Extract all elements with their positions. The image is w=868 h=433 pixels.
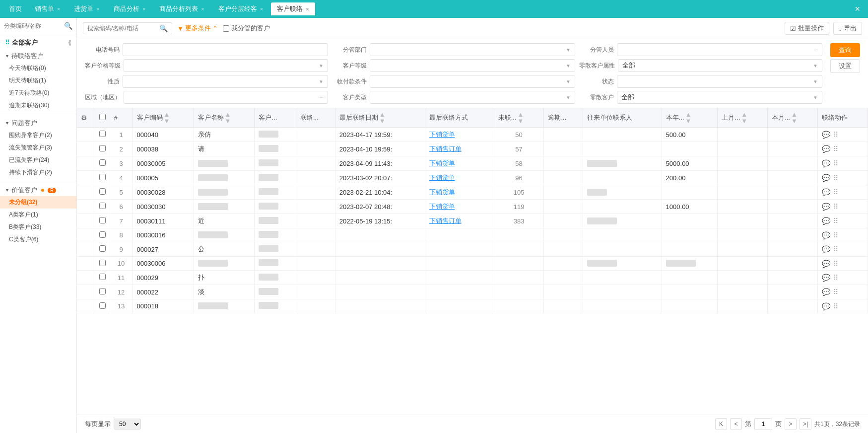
row-checkbox[interactable] [99,260,106,266]
action-contact-icon[interactable]: 💬 [822,203,830,211]
row-checkbox-cell[interactable] [95,214,110,228]
action-contact-icon[interactable]: 💬 [822,217,830,225]
action-more-icon[interactable]: ⠿ [833,274,838,282]
nav-tab-sales-close[interactable]: × [57,6,60,12]
sidebar-item-today-pending[interactable]: 今天待联络(0) [0,62,76,74]
page-size-select[interactable]: 50 100 200 [114,419,141,430]
row-checkbox-cell[interactable] [95,285,110,299]
row-checkbox-cell[interactable] [95,299,110,313]
sidebar-item-class-a[interactable]: A类客户(1) [0,209,76,221]
nav-tab-analysis-list[interactable]: 商品分析列表 × [153,2,210,15]
prev-page-btn[interactable]: < [730,418,742,430]
action-contact-icon[interactable]: 💬 [822,174,830,182]
reset-button[interactable]: 设置 [830,59,860,73]
action-more-icon[interactable]: ⠿ [833,203,838,211]
cust-type-select[interactable]: ▼ [370,91,575,104]
sidebar-item-class-c[interactable]: C类客户(6) [0,233,76,246]
th-type[interactable]: 客户... [255,108,296,128]
action-contact-icon[interactable]: 💬 [822,260,830,268]
action-more-icon[interactable]: ⠿ [833,260,838,268]
page-number-input[interactable] [754,418,772,430]
row-checkbox-cell[interactable] [95,200,110,214]
my-customers-checkbox-label[interactable]: 我分管的客户 [223,24,270,33]
nav-home[interactable]: 首页 [4,2,27,15]
action-more-icon[interactable]: ⠿ [833,217,838,225]
last-way-link[interactable]: 下销货单 [429,188,455,196]
status-select[interactable]: ▼ [617,75,822,88]
price-level-select[interactable]: ▼ [124,59,328,72]
next-page-btn[interactable]: > [785,418,797,430]
sidebar-search-icon[interactable]: 🔍 [64,22,72,30]
row-checkbox-cell[interactable] [95,228,110,242]
action-more-icon[interactable]: ⠿ [833,231,838,239]
my-customers-checkbox[interactable] [223,25,229,32]
th-gear[interactable]: ⚙ [77,108,95,128]
th-contact[interactable]: 联络... [296,108,335,128]
th-no-contact[interactable]: 未联...▲▼ [494,108,544,128]
row-checkbox-cell[interactable] [95,171,110,185]
sidebar-item-hoard-abnormal[interactable]: 囤购异常客户(2) [0,129,76,142]
last-way-link[interactable]: 下销售订单 [429,217,462,224]
batch-operations-btn[interactable]: ☑ 批量操作 [785,22,829,35]
row-checkbox[interactable] [99,159,106,166]
more-conditions-btn[interactable]: ▼ 更多条件 ⌃ [177,24,218,33]
sidebar-item-ungrouped[interactable]: 未分组(32) [0,196,76,209]
sidebar-item-class-b[interactable]: B类客户(33) [0,221,76,233]
row-checkbox[interactable] [99,288,106,294]
row-checkbox[interactable] [99,217,106,223]
row-checkbox-cell[interactable] [95,128,110,142]
th-this-year[interactable]: 本年...▲▼ [662,108,718,128]
action-more-icon[interactable]: ⠿ [833,174,838,182]
select-all-checkbox[interactable] [99,114,106,120]
row-checkbox[interactable] [99,245,106,252]
gear-icon[interactable]: ⚙ [81,114,87,122]
row-checkbox-cell[interactable] [95,242,110,257]
action-more-icon[interactable]: ⠿ [833,145,838,153]
query-button[interactable]: 查询 [830,43,860,57]
last-page-btn[interactable]: >| [800,418,811,430]
nav-tab-customer-tier[interactable]: 客户分层经客 × [212,2,269,15]
window-close-button[interactable]: × [851,4,864,14]
sidebar-item-declining[interactable]: 持续下滑客户(2) [0,166,76,179]
th-last-month[interactable]: 上月...▲▼ [718,108,768,128]
sidebar-item-overdue-pending[interactable]: 逾期未联络(30) [0,99,76,112]
action-contact-icon[interactable]: 💬 [822,288,830,296]
nature-select[interactable]: ▼ [123,75,328,88]
retail-attr-select[interactable]: 全部 ▼ [618,59,822,72]
row-checkbox[interactable] [99,203,106,209]
action-contact-icon[interactable]: 💬 [822,159,830,167]
nav-tab-customer-contact-close[interactable]: × [306,6,309,12]
phone-input[interactable] [123,43,328,56]
row-checkbox-cell[interactable] [95,142,110,156]
nav-tab-analysis-close[interactable]: × [142,6,145,12]
action-more-icon[interactable]: ⠿ [833,302,838,310]
action-more-icon[interactable]: ⠿ [833,131,838,139]
last-way-link[interactable]: 下销货单 [429,131,455,138]
action-more-icon[interactable]: ⠿ [833,288,838,296]
all-customers-header[interactable]: ⠿ 全部客户 ⟪ [0,34,76,49]
row-checkbox[interactable] [99,231,106,238]
manager-select[interactable]: ··· [617,43,822,56]
action-contact-icon[interactable]: 💬 [822,188,830,196]
sidebar-item-7day-pending[interactable]: 近7天待联络(0) [0,87,76,99]
nav-tab-analysis-list-close[interactable]: × [201,6,204,12]
last-way-link[interactable]: 下销货单 [429,174,455,181]
search-input[interactable] [87,25,156,32]
export-btn[interactable]: ↓ 导出 [833,22,863,35]
first-page-btn[interactable]: K [715,418,727,430]
row-checkbox[interactable] [99,174,106,180]
row-checkbox[interactable] [99,131,106,137]
row-checkbox-cell[interactable] [95,271,110,285]
last-way-link[interactable]: 下销售订单 [429,145,462,152]
retail-cust-select[interactable]: 全部 ▼ [617,91,822,104]
dept-select[interactable]: ▼ [370,43,575,56]
payment-select[interactable]: ▼ [370,75,575,88]
region-select[interactable]: ··· [124,91,328,104]
th-name[interactable]: 客户名称▲▼ [194,108,255,128]
action-contact-icon[interactable]: 💬 [822,302,830,310]
row-checkbox[interactable] [99,145,106,151]
sidebar-item-churn-warn[interactable]: 流失预警客户(3) [0,142,76,154]
nav-tab-customer-tier-close[interactable]: × [260,6,263,12]
last-way-link[interactable]: 下销货单 [429,159,455,167]
th-checkbox[interactable] [95,108,110,128]
